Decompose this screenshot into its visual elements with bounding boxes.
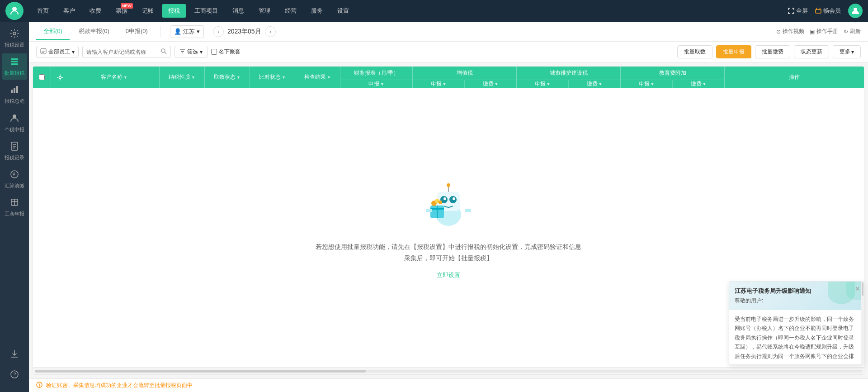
th-city-declare-filter[interactable]: ▼ [547, 82, 551, 86]
status-bar: 验证账密、采集信息均成功的企业才会流转至批量报税页面中 [29, 378, 868, 392]
svg-rect-17 [16, 86, 18, 93]
sidebar-item-personal-tax[interactable]: 个税申报 [2, 110, 27, 136]
filter-button[interactable]: 筛选 ▾ [175, 46, 208, 58]
notification-close-btn[interactable]: ✕ [855, 285, 860, 292]
search-box [82, 46, 171, 58]
nav-customer[interactable]: 客户 [57, 4, 81, 18]
horizontal-scrollbar[interactable] [33, 367, 864, 374]
sidebar-label-tax-overview: 报税总览 [5, 98, 24, 104]
status-update-btn[interactable]: 状态更新 [794, 45, 829, 58]
th-city-pay: 缴费 ▼ [569, 80, 620, 88]
batch-pay-btn[interactable]: 批量缴费 [755, 45, 790, 58]
manual-icon: ▣ [810, 29, 815, 35]
tab-zero-declaration[interactable]: 0申报(0) [118, 24, 155, 40]
th-name-filter[interactable]: ▼ [123, 75, 127, 80]
search-input[interactable] [86, 49, 159, 55]
th-compare-filter[interactable]: ▼ [282, 75, 286, 80]
th-finance-filter[interactable]: ▼ [380, 82, 384, 86]
sidebar-help[interactable]: ? [2, 366, 27, 385]
month-display: 2023年05月 [227, 28, 261, 36]
nav-settings[interactable]: 设置 [331, 4, 355, 18]
th-vat-pay-filter[interactable]: ▼ [495, 82, 499, 86]
name-accounts-checkbox-label[interactable]: 名下账套 [211, 48, 241, 56]
search-icon[interactable] [160, 48, 167, 56]
user-avatar[interactable] [848, 4, 863, 18]
nav-messages[interactable]: 消息 [226, 4, 250, 18]
personal-tax-icon [10, 114, 19, 125]
nav-tax[interactable]: 报税 [162, 4, 186, 18]
svg-text:¥: ¥ [12, 172, 15, 177]
status-text: 验证账密、采集信息均成功的企业才会流转至批量报税页面中 [46, 382, 193, 389]
operation-video-link[interactable]: ⊙ 操作视频 [776, 28, 804, 35]
member-btn[interactable]: 畅会员 [815, 7, 841, 15]
next-month-btn[interactable]: › [265, 26, 276, 37]
sidebar-item-tax-records[interactable]: 报税记录 [2, 138, 27, 164]
name-accounts-checkbox[interactable] [211, 49, 217, 55]
region-icon: 👤 [174, 28, 181, 35]
select-all-checkbox[interactable] [39, 74, 45, 80]
app-logo[interactable] [5, 2, 24, 20]
tab-bar: 全部(0) 税款申报(0) 0申报(0) 👤 江苏 ▾ ‹ 2023年05月 ›… [29, 22, 868, 42]
th-city-declare: 申报 ▼ [517, 80, 569, 88]
sidebar: 报税设置 批量报税 报税总览 [0, 22, 29, 392]
th-checkbox[interactable] [33, 67, 51, 88]
nav-home[interactable]: 首页 [31, 4, 55, 18]
employee-select-chevron: ▾ [72, 49, 75, 55]
operation-manual-link[interactable]: ▣ 操作手册 [810, 28, 838, 35]
svg-point-45 [443, 197, 446, 200]
svg-rect-15 [11, 90, 13, 93]
fullscreen-btn[interactable]: 全屏 [788, 7, 808, 15]
batch-fetch-btn[interactable]: 批量取数 [677, 45, 712, 58]
th-compare-status: 比对状态 ▼ [250, 67, 295, 88]
th-city-pay-filter[interactable]: ▼ [599, 82, 603, 86]
refresh-link[interactable]: ↻ 刷新 [844, 28, 861, 35]
nav-service[interactable]: 服务 [305, 4, 329, 18]
name-accounts-label: 名下账套 [219, 48, 241, 56]
th-vat-declare-filter[interactable]: ▼ [443, 82, 447, 86]
nav-invoice[interactable]: 票据 NEW [109, 4, 134, 18]
region-chevron: ▾ [197, 28, 200, 35]
prev-month-btn[interactable]: ‹ [213, 26, 224, 37]
sidebar-item-tax-settings[interactable]: 报税设置 [2, 25, 27, 52]
more-btn[interactable]: 更多 ▾ [833, 45, 861, 58]
th-tax-filter[interactable]: ▼ [191, 75, 195, 80]
svg-text:?: ? [14, 372, 16, 377]
notification-scroll[interactable] [861, 282, 864, 364]
th-edu-pay-filter[interactable]: ▼ [703, 82, 707, 86]
status-icon [36, 382, 42, 389]
region-selector[interactable]: 👤 江苏 ▾ [170, 25, 204, 38]
nav-operations[interactable]: 经营 [278, 4, 303, 18]
sidebar-item-tax-overview[interactable]: 报税总览 [2, 81, 27, 108]
sidebar-item-batch-tax[interactable]: 批量报税 [2, 53, 27, 80]
th-check-filter[interactable]: ▼ [327, 75, 331, 80]
th-finance-group: 财务报表（月/季） 申报 ▼ [340, 67, 413, 88]
tax-records-icon [10, 142, 19, 153]
nav-billing[interactable]: 收费 [83, 4, 108, 18]
more-chevron-icon: ▾ [851, 49, 854, 55]
batch-declare-btn[interactable]: 批量申报 [716, 45, 751, 58]
sidebar-item-settlement[interactable]: ¥ 汇算清缴 [2, 166, 27, 192]
sidebar-download[interactable] [2, 346, 27, 364]
th-edu-declare-filter[interactable]: ▼ [651, 82, 655, 86]
setup-link[interactable]: 立即设置 [437, 271, 460, 279]
nav-bookkeeping[interactable]: 记账 [136, 4, 160, 18]
th-fetch-filter[interactable]: ▼ [236, 75, 241, 80]
help-icon: ? [10, 370, 19, 381]
tab-bar-actions: ⊙ 操作视频 ▣ 操作手册 ↻ 刷新 [776, 28, 861, 35]
tab-tax-declaration[interactable]: 税款申报(0) [71, 24, 117, 40]
svg-rect-14 [11, 63, 18, 65]
nav-management[interactable]: 管理 [252, 4, 277, 18]
tab-all[interactable]: 全部(0) [36, 24, 70, 40]
refresh-label: 刷新 [850, 28, 861, 35]
th-edu-pay: 缴费 ▼ [673, 80, 724, 88]
svg-rect-2 [788, 8, 789, 10]
th-settings[interactable] [51, 67, 69, 88]
sidebar-item-annual-report[interactable]: 工商年报 [2, 194, 27, 220]
region-text: 江苏 [183, 28, 195, 36]
svg-point-11 [13, 32, 16, 35]
th-city-title: 城市维护建设税 [517, 67, 620, 80]
nav-business[interactable]: 工商项目 [188, 4, 224, 18]
employee-select[interactable]: 全部员工 ▾ [36, 46, 79, 58]
svg-point-46 [453, 197, 455, 200]
filter-label: 筛选 [187, 48, 198, 56]
